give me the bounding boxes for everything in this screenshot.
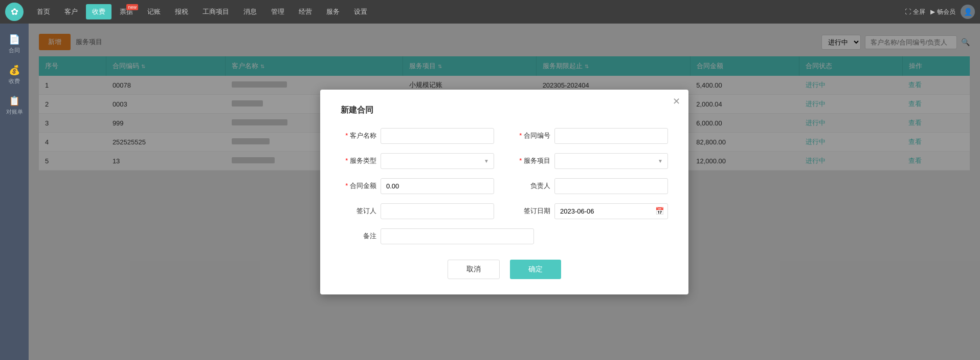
contract-icon: 📄 [9,34,20,45]
nav-item-gongShang[interactable]: 工商项目 [196,4,235,19]
member-icon: ▶ [930,8,935,15]
fullscreen-button[interactable]: ⛶ 全屏 [905,8,925,16]
label-remark: 备注 [341,231,376,241]
select-service-type[interactable] [381,153,494,169]
input-customer-name[interactable] [381,128,494,144]
nav-items: 首页 客户 收费 票据 new 记账 报税 工商项目 消息 管理 经营 [31,4,905,19]
form-row-sign-date: 签订日期 📅 [515,203,668,219]
sidebar-item-fee[interactable]: 💰 收费 [0,59,29,90]
nav-right: ⛶ 全屏 ▶ 畅会员 👤 [905,5,975,19]
main-layout: 📄 合同 💰 收费 📋 对账单 新增 服务项目 进行中 已完成 已终止 [0,24,980,360]
form-row-customer: 客户名称 [341,128,494,144]
nav-item-fuwu[interactable]: 服务 [320,4,346,19]
form-row-contract-code: 合同编号 [515,128,668,144]
service-type-wrapper [381,153,494,169]
sidebar: 📄 合同 💰 收费 📋 对账单 [0,24,29,360]
modal-close-button[interactable]: ✕ [673,97,680,106]
logo: ✿ [5,3,24,21]
logo-icon: ✿ [11,6,18,17]
nav-item-jiZhang[interactable]: 记账 [141,4,167,19]
input-amount[interactable] [381,178,494,194]
date-input-wrapper: 📅 [554,203,668,219]
input-remark[interactable] [381,228,534,244]
form-row-service-item: 服务项目 [515,153,668,169]
label-responsible: 负责人 [515,181,550,190]
label-sign-date: 签订日期 [515,206,550,216]
label-sign-person: 签订人 [341,206,376,216]
sidebar-item-contract[interactable]: 📄 合同 [0,29,29,59]
cancel-button[interactable]: 取消 [448,260,500,279]
confirm-button[interactable]: 确定 [510,260,561,279]
label-customer: 客户名称 [341,131,376,140]
nav-item-jingying[interactable]: 经营 [293,4,318,19]
avatar[interactable]: 👤 [961,5,975,19]
member-button[interactable]: ▶ 畅会员 [930,8,955,16]
label-service-item: 服务项目 [515,156,550,165]
modal-title: 新建合同 [341,105,668,116]
input-sign-person[interactable] [381,203,494,219]
form-row-amount: 合同金额 [341,178,494,194]
nav-item-piaoJu[interactable]: 票据 new [114,4,139,19]
nav-item-baoShui[interactable]: 报税 [169,4,194,19]
modal-overlay: ✕ 新建合同 客户名称 合同编号 服务类型 [29,24,980,360]
form-grid: 客户名称 合同编号 服务类型 [341,128,668,244]
label-contract-code: 合同编号 [515,131,550,140]
select-service-item[interactable] [554,153,668,169]
form-row-remark: 备注 [341,228,668,244]
nav-item-customer[interactable]: 客户 [58,4,84,19]
modal-dialog: ✕ 新建合同 客户名称 合同编号 服务类型 [320,90,688,294]
top-nav: ✿ 首页 客户 收费 票据 new 记账 报税 工商项目 消息 管理 [0,0,980,24]
label-amount: 合同金额 [341,181,376,190]
input-responsible[interactable] [554,178,668,194]
nav-item-shouFei[interactable]: 收费 [86,4,112,19]
content-area: 新增 服务项目 进行中 已完成 已终止 🔍 序号 合同编码⇅ 客 [29,24,980,360]
fee-icon: 💰 [9,65,20,76]
input-contract-code[interactable] [554,128,668,144]
input-sign-date[interactable] [554,203,668,219]
form-row-responsible: 负责人 [515,178,668,194]
modal-footer: 取消 确定 [341,260,668,279]
nav-item-xiaoxi[interactable]: 消息 [237,4,263,19]
sidebar-item-statement[interactable]: 📋 对账单 [0,90,29,121]
new-badge: new [126,4,138,10]
fullscreen-icon: ⛶ [905,8,911,15]
service-item-wrapper [554,153,668,169]
nav-item-shezhi[interactable]: 设置 [348,4,373,19]
statement-icon: 📋 [9,95,20,107]
avatar-icon: 👤 [964,8,972,16]
label-service-type: 服务类型 [341,156,376,165]
form-row-service-type: 服务类型 [341,153,494,169]
nav-item-guanli[interactable]: 管理 [265,4,291,19]
form-row-sign-person: 签订人 [341,203,494,219]
nav-item-home[interactable]: 首页 [31,4,56,19]
